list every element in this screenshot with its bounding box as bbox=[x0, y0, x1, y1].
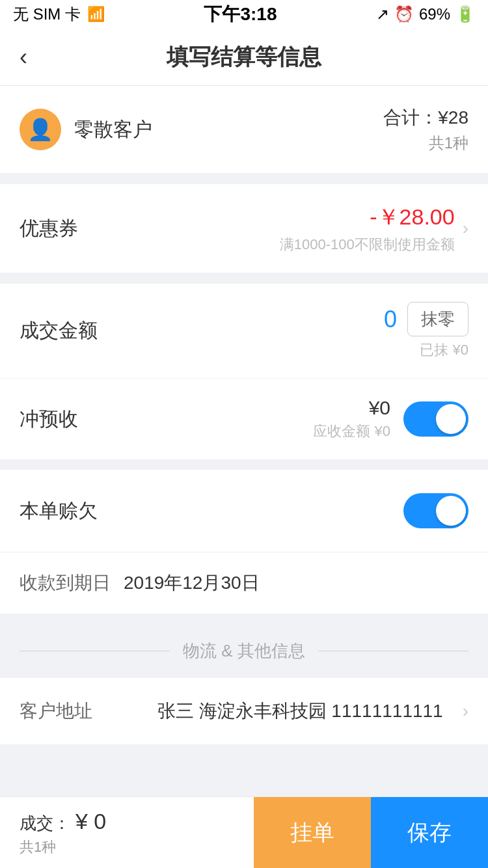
page-title: 填写结算等信息 bbox=[167, 42, 321, 72]
wifi-icon: 📶 bbox=[87, 6, 105, 23]
address-section[interactable]: 客户地址 张三 海淀永丰科技园 11111111111 › bbox=[0, 678, 488, 744]
customer-section: 👤 零散客户 合计：¥28 共1种 bbox=[0, 86, 488, 173]
status-time: 下午3:18 bbox=[204, 2, 277, 27]
customer-row: 👤 零散客户 合计：¥28 共1种 bbox=[0, 86, 488, 173]
bottom-summary: 成交： ¥ 0 共1种 bbox=[0, 809, 254, 857]
logistics-line-right bbox=[318, 651, 468, 651]
customer-left: 👤 零散客户 bbox=[20, 109, 152, 150]
precollect-label: 冲预收 bbox=[20, 406, 78, 433]
coupon-section[interactable]: 优惠券 -￥28.00 满1000-100不限制使用金额 › bbox=[0, 183, 488, 273]
due-date-row[interactable]: 收款到期日 2019年12月30日 bbox=[0, 552, 488, 614]
transaction-label: 成交金额 bbox=[20, 318, 98, 344]
status-left: 无 SIM 卡 📶 bbox=[13, 4, 105, 25]
customer-summary: 合计：¥28 共1种 bbox=[383, 105, 468, 154]
address-chevron-icon: › bbox=[463, 701, 468, 722]
already-rounded: 已抹 ¥0 bbox=[358, 340, 468, 360]
coupon-label: 优惠券 bbox=[20, 215, 78, 242]
transaction-right: 0 抹零 已抹 ¥0 bbox=[358, 302, 468, 360]
avatar-icon: 👤 bbox=[27, 117, 53, 142]
location-icon: ↗ bbox=[376, 5, 389, 23]
logistics-line-left bbox=[20, 651, 170, 651]
transaction-section: 成交金额 0 抹零 已抹 ¥0 冲预收 ¥0 应收金额 ¥0 bbox=[0, 283, 488, 459]
deal-amount: ¥ 0 bbox=[75, 809, 106, 834]
transaction-value[interactable]: 0 bbox=[358, 306, 397, 333]
coupon-right: -￥28.00 满1000-100不限制使用金额 › bbox=[280, 202, 468, 254]
precollect-right: ¥0 应收金额 ¥0 bbox=[313, 397, 468, 441]
carrier-label: 无 SIM 卡 bbox=[13, 4, 81, 25]
debit-section: 本单赊欠 收款到期日 2019年12月30日 bbox=[0, 470, 488, 614]
address-row[interactable]: 客户地址 张三 海淀永丰科技园 11111111111 › bbox=[0, 678, 488, 744]
precollect-amounts: ¥0 应收金额 ¥0 bbox=[313, 397, 390, 441]
precollect-sub: 应收金额 ¥0 bbox=[313, 422, 390, 441]
status-right: ↗ ⏰ 69% 🔋 bbox=[376, 5, 475, 23]
bottom-count: 共1种 bbox=[20, 837, 234, 857]
bottom-deal: 成交： ¥ 0 bbox=[20, 809, 234, 835]
save-button[interactable]: 保存 bbox=[371, 797, 488, 869]
bottom-bar: 成交： ¥ 0 共1种 挂单 保存 bbox=[0, 796, 488, 868]
toggle-knob bbox=[436, 404, 466, 434]
precollect-toggle[interactable] bbox=[403, 401, 468, 437]
address-value: 张三 海淀永丰科技园 11111111111 bbox=[105, 699, 450, 724]
nav-bar: ‹ 填写结算等信息 bbox=[0, 29, 488, 86]
precollect-row: 冲预收 ¥0 应收金额 ¥0 bbox=[0, 378, 488, 459]
due-date-value[interactable]: 2019年12月30日 bbox=[124, 571, 260, 595]
coupon-desc: 满1000-100不限制使用金额 bbox=[280, 235, 455, 254]
due-date-label: 收款到期日 bbox=[20, 571, 111, 595]
battery-icon: 🔋 bbox=[455, 5, 475, 23]
hang-button[interactable]: 挂单 bbox=[254, 797, 371, 869]
deal-label: 成交： bbox=[20, 812, 70, 835]
debit-label: 本单赊欠 bbox=[20, 498, 98, 524]
coupon-amount: -￥28.00 bbox=[280, 202, 455, 232]
logistics-label: 物流 & 其他信息 bbox=[183, 640, 305, 662]
round-button[interactable]: 抹零 bbox=[407, 302, 468, 336]
status-bar: 无 SIM 卡 📶 下午3:18 ↗ ⏰ 69% 🔋 bbox=[0, 0, 488, 29]
precollect-main: ¥0 bbox=[313, 397, 390, 419]
customer-name: 零散客户 bbox=[74, 116, 152, 143]
transaction-row: 成交金额 0 抹零 已抹 ¥0 bbox=[0, 283, 488, 378]
debit-toggle[interactable] bbox=[403, 493, 468, 528]
back-button[interactable]: ‹ bbox=[20, 44, 27, 71]
total-count: 共1种 bbox=[383, 133, 468, 154]
chevron-right-icon: › bbox=[463, 218, 468, 239]
alarm-icon: ⏰ bbox=[394, 5, 414, 23]
address-label: 客户地址 bbox=[20, 699, 92, 724]
coupon-right-col: -￥28.00 满1000-100不限制使用金额 bbox=[280, 202, 455, 254]
debit-toggle-knob bbox=[436, 496, 466, 526]
coupon-row[interactable]: 优惠券 -￥28.00 满1000-100不限制使用金额 › bbox=[0, 183, 488, 273]
avatar: 👤 bbox=[20, 109, 61, 150]
battery-label: 69% bbox=[419, 5, 450, 23]
debit-row: 本单赊欠 bbox=[0, 470, 488, 552]
total-amount: 合计：¥28 bbox=[383, 105, 468, 130]
logistics-header: 物流 & 其他信息 bbox=[0, 624, 488, 678]
amount-input-area: 0 抹零 bbox=[358, 302, 468, 336]
